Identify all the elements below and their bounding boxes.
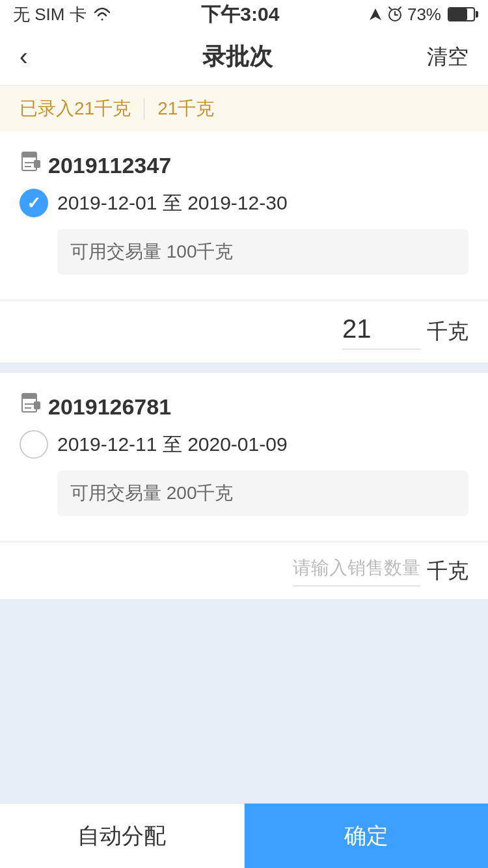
footer: 自动分配 确定 <box>0 803 488 868</box>
batch-date-2: 2019-12-11 至 2020-01-09 <box>57 431 288 458</box>
batch-date-1: 2019-12-01 至 2019-12-30 <box>57 190 288 217</box>
summary-banner: 已录入21千克 21千克 <box>0 86 488 131</box>
page-title: 录批次 <box>202 41 273 73</box>
battery-icon <box>448 7 475 21</box>
qty-row-2: 请输入销售数量 千克 <box>0 542 488 599</box>
summary-label: 已录入21千克 <box>20 96 131 121</box>
radio-btn-2[interactable] <box>20 430 48 459</box>
wifi-icon <box>92 7 113 22</box>
status-left: 无 SIM 卡 <box>13 3 113 26</box>
clear-button[interactable]: 清空 <box>416 43 468 72</box>
svg-marker-0 <box>370 8 381 20</box>
svg-rect-15 <box>34 401 40 409</box>
back-button[interactable]: ‹ <box>20 43 59 71</box>
nav-bar: ‹ 录批次 清空 <box>0 29 488 86</box>
svg-rect-7 <box>22 152 36 157</box>
svg-rect-10 <box>34 160 40 168</box>
radio-btn-1[interactable]: ✓ <box>20 189 48 217</box>
qty-row-1: 21 千克 <box>0 301 488 362</box>
status-bar: 无 SIM 卡 下午3:04 73% <box>0 0 488 29</box>
auto-distribute-button[interactable]: 自动分配 <box>0 804 245 868</box>
batch-header-2: 2019126781 <box>20 392 468 421</box>
summary-value: 21千克 <box>157 96 214 121</box>
available-text-2: 可用交易量 200千克 <box>70 483 234 503</box>
qty-unit-1: 千克 <box>427 318 468 346</box>
location-icon <box>368 7 383 21</box>
batch-date-row-1[interactable]: ✓ 2019-12-01 至 2019-12-30 <box>20 189 468 217</box>
svg-rect-12 <box>22 394 36 399</box>
svg-line-5 <box>399 7 401 9</box>
qty-placeholder-2[interactable]: 请输入销售数量 <box>293 556 420 580</box>
alarm-icon <box>386 6 403 23</box>
batch-date-row-2[interactable]: 2019-12-11 至 2020-01-09 <box>20 430 468 459</box>
batch-id-icon-1 <box>20 151 43 180</box>
carrier-label: 无 SIM 卡 <box>13 3 87 26</box>
batch-card-2: 2019126781 2019-12-11 至 2020-01-09 可用交易量… <box>0 373 488 541</box>
qty-value-1[interactable]: 21 <box>342 314 372 344</box>
qty-underline-2: 请输入销售数量 <box>293 556 420 586</box>
battery-percent: 73% <box>407 5 441 25</box>
available-box-2: 可用交易量 200千克 <box>57 470 468 516</box>
summary-divider <box>144 98 144 119</box>
available-box-1: 可用交易量 100千克 <box>57 229 468 275</box>
checkmark-1: ✓ <box>27 193 41 213</box>
status-time: 下午3:04 <box>201 1 279 28</box>
batch-id-icon-2 <box>20 392 43 421</box>
svg-line-4 <box>389 7 391 9</box>
confirm-button[interactable]: 确定 <box>245 804 489 868</box>
batch-id-2: 2019126781 <box>48 394 171 420</box>
batch-header-1: 2019112347 <box>20 151 468 180</box>
qty-underline-1: 21 <box>342 314 420 349</box>
batch-card-1: 2019112347 ✓ 2019-12-01 至 2019-12-30 可用交… <box>0 131 488 299</box>
available-text-1: 可用交易量 100千克 <box>70 241 234 262</box>
section-separator <box>0 362 488 373</box>
qty-unit-2: 千克 <box>427 557 468 586</box>
status-right: 73% <box>368 5 475 25</box>
batch-id-1: 2019112347 <box>48 153 171 178</box>
